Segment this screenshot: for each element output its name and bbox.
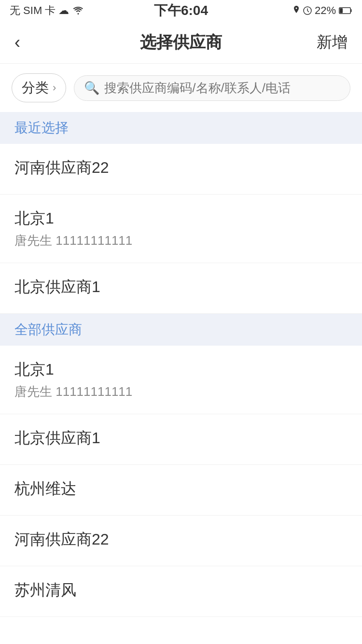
filter-row: 分类 › 🔍 bbox=[0, 64, 362, 112]
item-name: 北京1 bbox=[14, 208, 348, 229]
recent-section-header: 最近选择 bbox=[0, 112, 362, 144]
back-button[interactable]: ‹ bbox=[14, 32, 43, 53]
list-item[interactable]: 北京供应商1 bbox=[0, 414, 362, 465]
list-item[interactable]: 河南供应商22 bbox=[0, 144, 362, 195]
item-name: 北京供应商1 bbox=[14, 277, 348, 298]
item-subtitle: 唐先生 11111111111 bbox=[14, 232, 348, 249]
all-section-header: 全部供应商 bbox=[0, 314, 362, 346]
location-icon bbox=[292, 6, 300, 15]
category-label: 分类 bbox=[22, 79, 49, 97]
battery-icon bbox=[339, 7, 352, 14]
add-button[interactable]: 新增 bbox=[317, 32, 348, 53]
category-filter-button[interactable]: 分类 › bbox=[12, 73, 66, 102]
status-right: 22% bbox=[292, 4, 352, 17]
list-item[interactable]: 苏州清风 bbox=[0, 566, 362, 617]
chevron-right-icon: › bbox=[53, 82, 56, 94]
list-item[interactable]: 杭州维达 bbox=[0, 465, 362, 516]
all-list: 北京1唐先生 11111111111北京供应商1杭州维达河南供应商22苏州清风 bbox=[0, 346, 362, 617]
search-icon: 🔍 bbox=[84, 81, 99, 96]
recent-list: 河南供应商22北京1唐先生 11111111111北京供应商1 bbox=[0, 144, 362, 314]
item-name: 河南供应商22 bbox=[14, 157, 348, 179]
search-input[interactable] bbox=[104, 81, 340, 96]
item-name: 河南供应商22 bbox=[14, 529, 348, 550]
battery-label: 22% bbox=[315, 4, 336, 17]
item-name: 北京1 bbox=[14, 359, 348, 380]
nav-bar: ‹ 选择供应商 新增 bbox=[0, 21, 362, 64]
wifi-icon bbox=[73, 7, 84, 14]
sim-label: 无 SIM 卡 ☁ bbox=[10, 3, 69, 18]
list-item[interactable]: 北京供应商1 bbox=[0, 263, 362, 314]
list-item[interactable]: 北京1唐先生 11111111111 bbox=[0, 346, 362, 414]
search-box[interactable]: 🔍 bbox=[74, 75, 350, 101]
svg-rect-2 bbox=[340, 8, 343, 13]
page-title: 选择供应商 bbox=[140, 31, 222, 54]
item-name: 杭州维达 bbox=[14, 478, 348, 500]
status-bar: 无 SIM 卡 ☁ 下午6:04 22% bbox=[0, 0, 362, 21]
item-subtitle: 唐先生 11111111111 bbox=[14, 383, 348, 400]
list-item[interactable]: 北京1唐先生 11111111111 bbox=[0, 195, 362, 263]
item-name: 北京供应商1 bbox=[14, 428, 348, 449]
item-name: 苏州清风 bbox=[14, 580, 348, 601]
list-item[interactable]: 河南供应商22 bbox=[0, 516, 362, 566]
status-left: 无 SIM 卡 ☁ bbox=[10, 3, 84, 18]
clock-icon bbox=[303, 6, 312, 15]
status-time: 下午6:04 bbox=[154, 1, 208, 20]
